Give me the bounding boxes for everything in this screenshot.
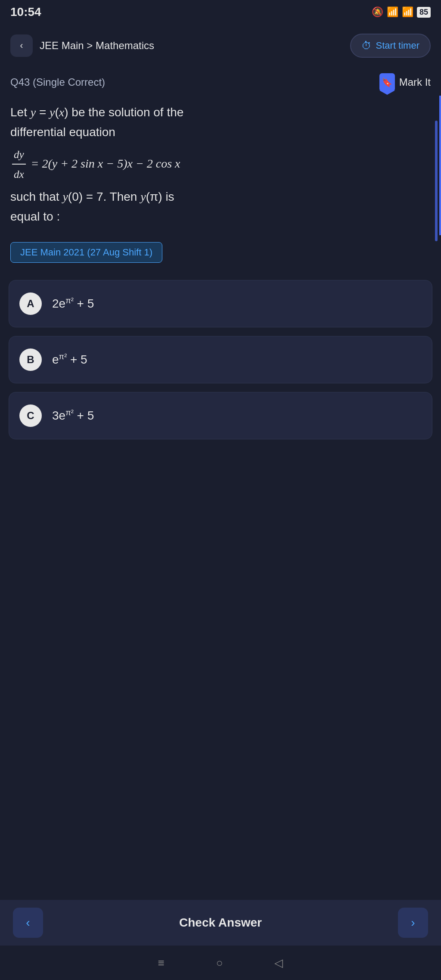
back-button[interactable]: ‹ bbox=[10, 34, 33, 57]
option-b-card[interactable]: B eπ² + 5 bbox=[9, 336, 432, 383]
option-b-text: eπ² + 5 bbox=[52, 352, 87, 367]
system-home-icon[interactable]: ○ bbox=[216, 956, 223, 970]
options-container: A 2eπ² + 5 B eπ² + 5 C 3eπ² + 5 bbox=[0, 276, 441, 444]
bottom-bar: ‹ Check Answer › bbox=[0, 900, 441, 946]
next-icon: › bbox=[411, 916, 415, 930]
status-time: 10:54 bbox=[10, 5, 41, 19]
timer-label: Start timer bbox=[376, 40, 419, 51]
system-back-icon[interactable]: ◁ bbox=[274, 956, 283, 970]
question-content: Let y = y(x) be the solution of the diff… bbox=[0, 96, 441, 235]
tag-container: JEE Main 2021 (27 Aug Shift 1) bbox=[0, 235, 441, 276]
scroll-indicator bbox=[435, 121, 438, 241]
status-icons: 🔕 📶 📶 85 bbox=[372, 6, 431, 18]
exam-tag: JEE Main 2021 (27 Aug Shift 1) bbox=[10, 242, 162, 263]
next-question-button[interactable]: › bbox=[398, 908, 428, 938]
question-equation: dy dx = 2(y + 2 sin x − 5)x − 2 cos x bbox=[10, 146, 429, 183]
prev-question-button[interactable]: ‹ bbox=[13, 908, 43, 938]
wifi-icon: 📶 bbox=[387, 6, 398, 18]
bookmark-glyph: 🔖 bbox=[382, 77, 392, 87]
breadcrumb: JEE Main > Mathematics bbox=[40, 40, 154, 52]
back-icon: ‹ bbox=[20, 40, 23, 51]
prev-icon: ‹ bbox=[26, 916, 30, 930]
nav-left: ‹ JEE Main > Mathematics bbox=[10, 34, 154, 57]
check-answer-button[interactable]: Check Answer bbox=[179, 916, 262, 930]
question-header: Q43 (Single Correct) 🔖 Mark It bbox=[0, 65, 441, 96]
signal-icon: 📶 bbox=[402, 6, 413, 18]
question-text-line3: such that y(0) = 7. Then y(π) is bbox=[10, 187, 429, 207]
system-menu-icon[interactable]: ≡ bbox=[158, 956, 165, 970]
option-c-letter: C bbox=[19, 404, 42, 427]
mark-it-button[interactable]: 🔖 Mark It bbox=[379, 73, 431, 91]
option-a-text: 2eπ² + 5 bbox=[52, 296, 94, 311]
question-text-line1: Let y = y(x) be the solution of the bbox=[10, 103, 429, 122]
start-timer-button[interactable]: ⏱ Start timer bbox=[350, 34, 431, 58]
option-c-card[interactable]: C 3eπ² + 5 bbox=[9, 392, 432, 439]
fraction-dy-dx: dy dx bbox=[12, 146, 26, 183]
question-label: Q43 (Single Correct) bbox=[10, 76, 105, 88]
battery-badge: 85 bbox=[417, 7, 431, 18]
option-c-text: 3eπ² + 5 bbox=[52, 408, 94, 423]
header-nav: ‹ JEE Main > Mathematics ⏱ Start timer bbox=[0, 27, 441, 65]
option-a-letter: A bbox=[19, 292, 42, 315]
status-bar: 10:54 🔕 📶 📶 85 bbox=[0, 0, 441, 22]
mark-it-label: Mark It bbox=[399, 76, 431, 88]
system-nav-bar: ≡ ○ ◁ bbox=[0, 946, 441, 980]
question-text-line4: equal to : bbox=[10, 207, 429, 227]
bookmark-icon: 🔖 bbox=[379, 73, 395, 91]
option-b-letter: B bbox=[19, 348, 42, 371]
timer-icon: ⏱ bbox=[361, 40, 372, 52]
question-text-line2: differential equation bbox=[10, 122, 429, 142]
option-a-card[interactable]: A 2eπ² + 5 bbox=[9, 280, 432, 327]
bell-icon: 🔕 bbox=[372, 6, 383, 18]
